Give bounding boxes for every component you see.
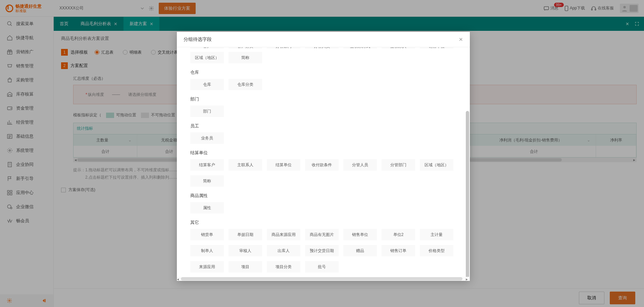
field-chip[interactable]: 销售订单: [382, 245, 415, 256]
modal-hscroll[interactable]: ◂ ▸: [177, 277, 470, 281]
field-chip[interactable]: 单位2: [382, 229, 415, 240]
scroll-left-icon[interactable]: ◂: [177, 277, 181, 281]
chip-label: 审核人: [239, 248, 251, 254]
field-chip[interactable]: 出库人: [267, 245, 300, 256]
chip-label: 简称: [241, 55, 249, 61]
field-chip[interactable]: 来源应用: [190, 261, 224, 272]
chip-label: 销售单位: [352, 232, 368, 238]
field-chip[interactable]: 赠品: [343, 245, 377, 256]
chip-label: 销售单位: [429, 47, 445, 49]
chip-label: 结算单位: [276, 162, 292, 168]
field-chip[interactable]: 销货单: [190, 229, 224, 240]
chip-label: 单位2: [393, 232, 404, 238]
chip-label: 项目分类: [276, 264, 292, 270]
chip-label: 销货单: [201, 232, 213, 238]
field-chip[interactable]: 结算客户: [190, 159, 224, 171]
chip-label: 商品来源应用: [271, 232, 296, 238]
group-title-settle: 结算单位: [190, 150, 470, 156]
chip-label: 主联系方式: [350, 47, 370, 49]
chip-label: 仓库: [203, 82, 211, 87]
chip-label: 商品有无图片: [310, 232, 334, 238]
scroll-right-icon[interactable]: ▸: [466, 277, 470, 281]
field-chip[interactable]: 业务员: [190, 132, 224, 144]
chip-label: 出库人: [278, 248, 290, 254]
scroll-thumb[interactable]: [181, 277, 462, 281]
field-chip[interactable]: 批号: [305, 261, 339, 272]
field-selector-modal: 分组待选字段 ✕ 客户 客户分类 分管部门 分管人员 主联系方式 主联系人 销售…: [177, 32, 470, 281]
field-chip[interactable]: 区域（地区）: [420, 159, 453, 171]
field-chip[interactable]: 主联系人: [229, 159, 262, 171]
field-chip[interactable]: 销售单位: [420, 47, 453, 49]
chip-label: 项目: [241, 264, 249, 270]
field-group-settle: 结算客户 主联系人 结算单位 收付款条件 分管人员 分管部门 区域（地区） 简称: [190, 159, 459, 187]
chip-label: 客户分类: [237, 47, 253, 49]
field-chip[interactable]: 区域（地区）: [190, 52, 224, 63]
field-chip[interactable]: 项目分类: [267, 261, 300, 272]
field-chip[interactable]: 收付款条件: [305, 159, 339, 171]
field-group-staff: 业务员: [190, 132, 470, 144]
chip-label: 分管部门: [390, 162, 406, 168]
chip-label: 主联系人: [390, 47, 406, 49]
chip-label: 来源应用: [199, 264, 215, 270]
chip-label: 属性: [203, 205, 211, 211]
chip-label: 制单人: [201, 248, 213, 254]
field-chip[interactable]: 主联系方式: [343, 47, 377, 49]
field-group-dept: 部门: [190, 106, 470, 117]
chip-label: 收付款条件: [312, 162, 332, 168]
field-chip[interactable]: 单据日期: [229, 229, 262, 240]
field-chip[interactable]: 预计交货日期: [305, 245, 339, 256]
field-group-other: 销货单 单据日期 商品来源应用 商品有无图片 销售单位 单位2 主计量 制单人 …: [190, 229, 459, 272]
field-chip[interactable]: 分管部门: [267, 47, 300, 49]
chip-label: 赠品: [356, 248, 364, 254]
field-chip[interactable]: 结算单位: [267, 159, 300, 171]
field-chip[interactable]: 部门: [190, 106, 224, 117]
field-chip[interactable]: 价格类型: [420, 245, 453, 256]
chip-label: 区域（地区）: [195, 55, 219, 61]
field-chip[interactable]: 项目: [229, 261, 262, 272]
group-title-warehouse: 仓库: [190, 69, 470, 75]
field-chip[interactable]: 简称: [229, 52, 262, 63]
chip-label: 批号: [318, 264, 326, 270]
field-chip[interactable]: 简称: [190, 175, 224, 187]
field-chip[interactable]: 仓库分类: [229, 79, 262, 90]
modal-vscroll[interactable]: [466, 47, 469, 277]
group-title-attr: 商品属性: [190, 193, 470, 199]
close-icon[interactable]: ✕: [459, 37, 463, 43]
chip-label: 单据日期: [237, 232, 253, 238]
field-chip[interactable]: 销售单位: [343, 229, 377, 240]
field-chip[interactable]: 制单人: [190, 245, 224, 256]
field-chip[interactable]: 主联系人: [382, 47, 415, 49]
modal-title: 分组待选字段: [184, 37, 212, 43]
field-chip[interactable]: 商品有无图片: [305, 229, 339, 240]
chip-label: 销售订单: [390, 248, 406, 254]
field-chip[interactable]: 分管部门: [382, 159, 415, 171]
chip-label: 主联系人: [237, 162, 253, 168]
chip-label: 价格类型: [429, 248, 445, 254]
field-chip[interactable]: 审核人: [229, 245, 262, 256]
field-chip[interactable]: 分管人员: [343, 159, 377, 171]
chip-label: 业务员: [201, 135, 213, 141]
chip-label: 部门: [203, 109, 211, 114]
group-title-staff: 员工: [190, 123, 470, 129]
chip-label: 简称: [203, 178, 211, 184]
group-title-other: 其它: [190, 220, 470, 226]
field-group-customer-row2: 区域（地区） 简称: [190, 52, 470, 63]
field-group-attr: 属性: [190, 202, 470, 213]
chip-label: 结算客户: [199, 162, 215, 168]
chip-label: 分管人员: [352, 162, 368, 168]
chip-label: 分管人员: [314, 47, 330, 49]
field-chip[interactable]: 客户分类: [229, 47, 262, 49]
field-group-warehouse: 仓库 仓库分类: [190, 79, 470, 90]
chip-label: 客户: [203, 47, 211, 49]
field-chip[interactable]: 主计量: [420, 229, 453, 240]
field-chip[interactable]: 属性: [190, 202, 224, 213]
scroll-thumb[interactable]: [466, 111, 469, 277]
field-chip[interactable]: 客户: [190, 47, 224, 49]
modal-body: 客户 客户分类 分管部门 分管人员 主联系方式 主联系人 销售单位 区域（地区）…: [177, 47, 470, 277]
field-chip[interactable]: 商品来源应用: [267, 229, 300, 240]
chip-label: 分管部门: [276, 47, 292, 49]
field-chip[interactable]: 分管人员: [305, 47, 339, 49]
chip-label: 主计量: [431, 232, 443, 238]
group-title-dept: 部门: [190, 96, 470, 102]
field-chip[interactable]: 仓库: [190, 79, 224, 90]
